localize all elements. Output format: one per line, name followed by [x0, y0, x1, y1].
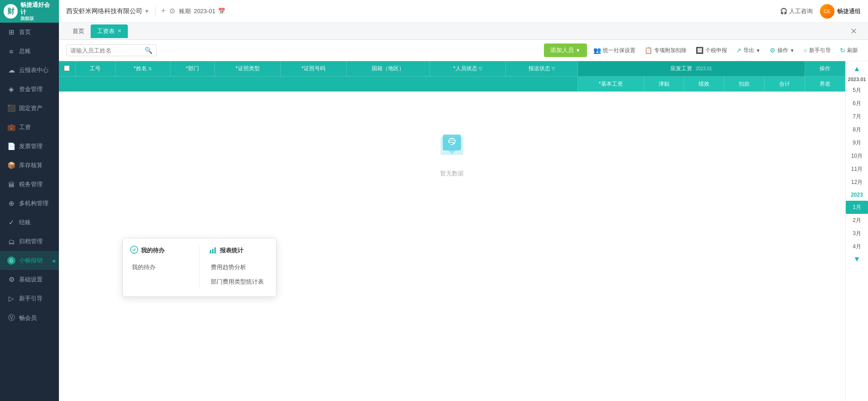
th-spacer [59, 77, 578, 92]
sidebar-item-close[interactable]: ✓ 结账 [0, 213, 59, 232]
month-item-12[interactable]: 12月 [846, 176, 868, 189]
month-item-3[interactable]: 3月 [846, 227, 868, 240]
month-item-1[interactable]: 1月 [846, 201, 868, 214]
company-name: 西安虾米网络科技有限公司 [66, 7, 142, 15]
new-guide-action[interactable]: ○ 新手引导 [801, 45, 834, 56]
sidebar-label-member: 畅会员 [19, 314, 37, 322]
export-dropdown-icon: ▼ [756, 48, 761, 53]
sidebar-item-guide[interactable]: ▷ 新手引导 [0, 289, 59, 308]
tax-report-action[interactable]: 🔲 个税申报 [693, 45, 730, 56]
search-input[interactable] [70, 47, 143, 54]
user-info[interactable]: CE 畅捷通组 [820, 4, 861, 19]
sidebar-item-cloud-report[interactable]: ☁ 云报表中心 [0, 61, 59, 80]
cloud-icon: ☁ [7, 66, 15, 74]
add-company-button[interactable]: + [161, 6, 166, 16]
support-button[interactable]: 🎧 人工咨询 [780, 7, 813, 15]
add-person-button[interactable]: 添加人员 ▼ [544, 43, 587, 57]
operations-action[interactable]: ⚙ 操作 ▼ [767, 45, 797, 56]
sidebar-label-salary: 工资 [19, 123, 31, 131]
sidebar-label-inventory: 库存核算 [19, 161, 43, 169]
tab-home-label: 首页 [73, 27, 84, 35]
company-selector[interactable]: 西安虾米网络科技有限公司 ▼ [66, 7, 150, 15]
sidebar: 财 畅捷通好会计 旗舰版 ⊞ 首页 ≡ 总账 ☁ 云报表中心 ◈ 资金管理 ⬛ … [0, 0, 59, 401]
invoice-icon: 📄 [7, 142, 15, 150]
month-item-2[interactable]: 2月 [846, 214, 868, 227]
month-item-8[interactable]: 8月 [846, 123, 868, 136]
month-item-9[interactable]: 9月 [846, 136, 868, 150]
sidebar-label-settings: 基础设置 [19, 275, 43, 284]
sidebar-item-member[interactable]: Ⓥ 畅会员 [0, 308, 59, 328]
add-person-dropdown-icon: ▼ [576, 48, 581, 53]
sidebar-label-close: 结账 [19, 218, 31, 227]
popup-item-mytodo[interactable]: 我的待办 [130, 260, 190, 275]
sidebar-item-tax[interactable]: 🏛 税务管理 [0, 175, 59, 194]
month-item-6[interactable]: 6月 [846, 97, 868, 110]
sidebar-item-invoice[interactable]: 📄 发票管理 [0, 137, 59, 156]
report-status-filter-icon[interactable]: ▽ [552, 66, 555, 71]
sidebar-item-salary[interactable]: 💼 工资 [0, 118, 59, 137]
popup-item-cost-trend[interactable]: 费用趋势分析 [209, 260, 269, 275]
archive-icon: 🗂 [7, 238, 15, 246]
sidebar-item-home[interactable]: ⊞ 首页 [0, 23, 59, 42]
month-item-7[interactable]: 7月 [846, 110, 868, 123]
sidebar-label-fund: 资金管理 [19, 85, 43, 93]
report-chart-icon [209, 246, 217, 256]
refresh-action[interactable]: ↻ 刷新 [837, 45, 861, 56]
tab-home[interactable]: 首页 [66, 24, 91, 38]
svg-rect-9 [212, 249, 213, 253]
month-panel-header: 2023.01 [848, 75, 866, 84]
th-dept: *部门 [170, 61, 214, 77]
empty-text: 暂无数据 [440, 169, 464, 178]
sidebar-item-fixed-assets[interactable]: ⬛ 固定资产 [0, 99, 59, 118]
sidebar-item-basic-settings[interactable]: ⚙ 基础设置 [0, 270, 59, 289]
refresh-icon: ↻ [840, 47, 845, 54]
th-pension: 养老 [805, 77, 845, 92]
select-all-checkbox[interactable] [64, 65, 70, 71]
search-box[interactable]: 🔍 [66, 44, 157, 56]
sidebar-item-fund[interactable]: ◈ 资金管理 [0, 80, 59, 99]
month-item-5[interactable]: 5月 [846, 84, 868, 97]
topbar-right: 🎧 人工咨询 CE 畅捷通组 [780, 4, 861, 19]
dropdown-popup: 我的待办 我的待办 报表统计 费用趋势分析 [122, 238, 276, 297]
social-security-action[interactable]: 👥 统一社保设置 [591, 45, 638, 56]
close-account-icon: ✓ [7, 218, 15, 227]
tab-salary[interactable]: 工资表 ✕ [91, 24, 128, 38]
export-action[interactable]: ↗ 导出 ▼ [733, 45, 763, 56]
sidebar-item-multi-org[interactable]: ⊕ 多机构管理 [0, 194, 59, 213]
special-deduction-icon: 📋 [645, 47, 652, 54]
operations-icon: ⚙ [770, 47, 776, 54]
operations-label: 操作 [777, 47, 788, 54]
special-deduction-action[interactable]: 📋 专项附加扣除 [642, 45, 689, 56]
month-panel-down-nav[interactable]: ▼ [852, 253, 863, 265]
inventory-icon: 📦 [7, 161, 15, 169]
tab-salary-close[interactable]: ✕ [117, 28, 121, 34]
fund-icon: ◈ [7, 85, 15, 93]
month-panel-up-nav[interactable]: ▲ [852, 63, 863, 75]
sidebar-item-archive[interactable]: 🗂 归档管理 [0, 232, 59, 251]
search-icon: 🔍 [145, 47, 152, 54]
window-close-button[interactable]: ✕ [850, 26, 857, 36]
name-sort-icon[interactable]: ⇅ [148, 66, 152, 71]
todo-header-label: 我的待办 [141, 246, 165, 255]
sidebar-item-ledger[interactable]: ≡ 总账 [0, 42, 59, 61]
month-panel-year-label: 2023 [846, 189, 868, 201]
person-status-filter-icon[interactable]: ▽ [479, 66, 482, 71]
export-icon: ↗ [736, 47, 742, 54]
support-label: 人工咨询 [789, 7, 813, 15]
content-area: 工号 *姓名 ⇅ *部门 *证照类型 *证照号码 国籍（地区） *人员状态 ▽ [59, 61, 868, 401]
main-area: 西安虾米网络科技有限公司 ▼ + ⚙ 账期 2023-01 📅 🎧 人工咨询 C… [59, 0, 868, 401]
sidebar-logo: 财 畅捷通好会计 旗舰版 [0, 0, 59, 23]
sidebar-item-xiaochang[interactable]: G 小畅报销 [0, 251, 59, 270]
month-item-4[interactable]: 4月 [846, 240, 868, 253]
logo-sub: 旗舰版 [20, 16, 55, 21]
month-item-10[interactable]: 10月 [846, 150, 868, 163]
popup-item-dept-cost[interactable]: 部门费用类型统计表 [209, 275, 269, 289]
th-checkbox[interactable] [59, 61, 75, 77]
month-item-11[interactable]: 11月 [846, 163, 868, 176]
logo-icon: 财 [4, 4, 18, 19]
avatar: CE [820, 4, 834, 19]
company-settings-button[interactable]: ⚙ [169, 7, 175, 15]
sidebar-item-inventory[interactable]: 📦 库存核算 [0, 156, 59, 175]
multi-org-icon: ⊕ [7, 199, 15, 208]
month-panel: ▲ 2023.01 5月 6月 7月 8月 9月 10月 11月 12月 202… [845, 61, 868, 401]
